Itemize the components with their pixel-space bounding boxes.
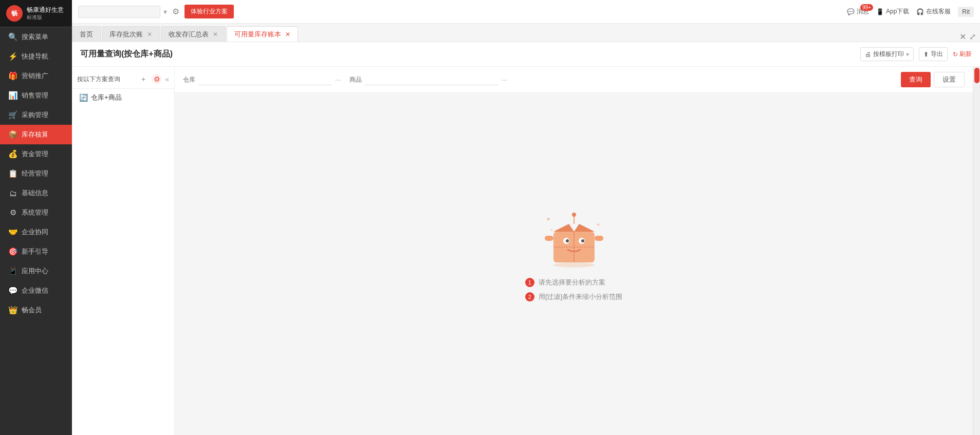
warehouse-input[interactable] — [198, 74, 332, 85]
sidebar-header: 畅 畅康通好生意 标准版 — [0, 0, 72, 27]
tab-summary-close[interactable]: ✕ — [213, 31, 218, 38]
print-icon: 🖨 — [865, 51, 871, 58]
sidebar-item-operation[interactable]: 📋 经营管理 — [0, 164, 72, 183]
message-btn[interactable]: 💬 消息 99+ — [847, 7, 869, 16]
sidebar: 畅 畅康通好生意 标准版 🔍 搜索菜单 ⚡ 快捷导航 🎁 营销推广 📊 销售管理… — [0, 0, 72, 435]
refresh-btn[interactable]: ↻ 刷新 — [953, 50, 972, 59]
left-panel-actions: + ⚙ « — [138, 74, 169, 84]
product-more-btn[interactable]: ··· — [502, 75, 508, 84]
dropdown-icon[interactable]: ▾ — [163, 8, 167, 16]
right-main: 仓库 ··· 商品 ··· 查询 设置 — [175, 67, 973, 435]
chart-icon: 📊 — [8, 91, 17, 100]
left-panel-header: 按以下方案查询 + ⚙ « — [72, 71, 174, 89]
scrollbar-thumb[interactable] — [974, 68, 979, 83]
sidebar-logo: 畅 — [6, 5, 23, 22]
clipboard-icon: 📋 — [8, 169, 17, 178]
svg-text:✦: ✦ — [550, 228, 553, 233]
sidebar-item-member[interactable]: 👑 畅会员 — [0, 300, 72, 320]
topbar-left: ▾ ⚙ 体验行业方案 — [78, 5, 843, 18]
sidebar-item-appstore[interactable]: 📱 应用中心 — [0, 261, 72, 281]
filter-bar: 仓库 ··· 商品 ··· 查询 设置 — [175, 67, 973, 93]
sidebar-item-basic[interactable]: 🗂 基础信息 — [0, 183, 72, 203]
search-icon: 🔍 — [8, 32, 17, 42]
print-btn[interactable]: 🖨 按模板打印 ▾ — [860, 47, 914, 61]
tabs-close-all-btn[interactable]: ✕ — [959, 32, 966, 42]
left-panel: 按以下方案查询 + ⚙ « 🔄 仓库+商品 — [72, 67, 175, 435]
sidebar-item-newbie[interactable]: 🎯 新手引导 — [0, 242, 72, 261]
warehouse-more-btn[interactable]: ··· — [335, 75, 341, 84]
sidebar-item-corp[interactable]: 🤝 企业协同 — [0, 222, 72, 242]
tab-available[interactable]: 可用量库存账本 ✕ — [227, 26, 298, 42]
export-btn[interactable]: ⬆ 导出 — [919, 47, 948, 61]
tab-batch[interactable]: 库存批次账 ✕ — [102, 26, 160, 42]
scheme-settings-btn[interactable]: ⚙ — [152, 74, 162, 84]
sidebar-item-system[interactable]: ⚙ 系统管理 — [0, 203, 72, 222]
chat-icon: 💬 — [8, 286, 17, 295]
topbar-search-input[interactable] — [78, 6, 160, 18]
online-service-btn[interactable]: 🎧 在线客服 — [916, 7, 951, 16]
right-scrollbar[interactable] — [973, 67, 980, 435]
product-input[interactable] — [365, 74, 498, 85]
main-area: ▾ ⚙ 体验行业方案 💬 消息 99+ 📱 App下载 🎧 在线客服 Rit — [72, 0, 980, 435]
box-icon: 📦 — [8, 130, 17, 139]
empty-tips: 1 请先选择要分析的方案 2 用[过滤]条件来缩小分析范围 — [525, 278, 622, 301]
folder-icon: 🗂 — [8, 189, 17, 198]
sidebar-scroll: 🔍 搜索菜单 ⚡ 快捷导航 🎁 营销推广 📊 销售管理 🛒 采购管理 📦 库存核… — [0, 27, 72, 435]
setting-btn[interactable]: 设置 — [934, 72, 965, 87]
page-header: 可用量查询(按仓库+商品) 🖨 按模板打印 ▾ ⬆ 导出 ↻ 刷新 — [72, 42, 980, 67]
empty-tip-2: 2 用[过滤]条件来缩小分析范围 — [525, 292, 622, 301]
target-icon: 🎯 — [8, 247, 17, 256]
filter-actions: 查询 设置 — [901, 72, 965, 87]
topbar-right: 💬 消息 99+ 📱 App下载 🎧 在线客服 Rit — [847, 7, 974, 17]
empty-illustration: ✦ ✦ ✦ — [541, 206, 607, 268]
empty-tip-1: 1 请先选择要分析的方案 — [525, 278, 622, 287]
page-actions: 🖨 按模板打印 ▾ ⬆ 导出 ↻ 刷新 — [860, 47, 972, 61]
tabs-right-actions: ✕ ⤢ — [959, 32, 980, 42]
print-dropdown-icon: ▾ — [906, 51, 909, 58]
user-menu[interactable]: Rit — [958, 7, 974, 17]
topbar: ▾ ⚙ 体验行业方案 💬 消息 99+ 📱 App下载 🎧 在线客服 Rit — [72, 0, 980, 24]
sidebar-item-shortcut[interactable]: ⚡ 快捷导航 — [0, 47, 72, 66]
sidebar-item-inventory[interactable]: 📦 库存核算 — [0, 125, 72, 144]
tab-summary[interactable]: 收发存汇总表 ✕ — [161, 26, 226, 42]
sidebar-item-search[interactable]: 🔍 搜索菜单 — [0, 27, 72, 47]
add-scheme-btn[interactable]: + — [138, 74, 149, 84]
topbar-gear-icon[interactable]: ⚙ — [170, 5, 181, 18]
tab-batch-close[interactable]: ✕ — [147, 31, 152, 38]
svg-point-0 — [553, 262, 595, 268]
crown-icon: 👑 — [8, 306, 17, 315]
tab-bar: 首页 库存批次账 ✕ 收发存汇总表 ✕ 可用量库存账本 ✕ ✕ ⤢ — [72, 24, 980, 42]
cart-icon: 🛒 — [8, 110, 17, 120]
content-area: 按以下方案查询 + ⚙ « 🔄 仓库+商品 仓库 ··· — [72, 67, 980, 435]
product-filter: 商品 ··· — [349, 74, 508, 85]
headset-icon: 🎧 — [916, 8, 924, 15]
phone-icon: 📱 — [876, 8, 884, 15]
collapse-btn[interactable]: « — [165, 75, 169, 83]
sidebar-item-wechat[interactable]: 💬 企业微信 — [0, 281, 72, 300]
mobile-icon: 📱 — [8, 267, 17, 276]
warehouse-filter: 仓库 ··· — [183, 74, 341, 85]
message-icon: 💬 — [847, 8, 855, 15]
handshake-icon: 🤝 — [8, 228, 17, 237]
sidebar-item-marketing[interactable]: 🎁 营销推广 — [0, 66, 72, 86]
svg-point-11 — [572, 213, 576, 217]
svg-point-7 — [581, 239, 584, 242]
sidebar-item-finance[interactable]: 💰 资金管理 — [0, 144, 72, 164]
tab-home[interactable]: 首页 — [72, 26, 101, 42]
sidebar-item-purchase[interactable]: 🛒 采购管理 — [0, 105, 72, 125]
tab-available-close[interactable]: ✕ — [285, 31, 290, 38]
refresh-icon: ↻ — [953, 51, 958, 58]
empty-state: ✦ ✦ ✦ 1 请先选择要分析的方案 2 用[过滤]条件来缩小分析范围 — [175, 93, 973, 435]
sidebar-brand: 畅康通好生意 标准版 — [27, 6, 64, 22]
svg-text:✦: ✦ — [546, 216, 551, 223]
industry-btn[interactable]: 体验行业方案 — [184, 5, 234, 18]
svg-rect-8 — [545, 236, 553, 241]
app-download-btn[interactable]: 📱 App下载 — [876, 7, 909, 16]
scheme-icon: 🔄 — [79, 93, 88, 102]
scheme-item-warehouse-product[interactable]: 🔄 仓库+商品 — [72, 89, 174, 106]
sidebar-item-sales[interactable]: 📊 销售管理 — [0, 86, 72, 105]
query-btn[interactable]: 查询 — [901, 72, 931, 87]
export-icon: ⬆ — [923, 51, 929, 58]
tabs-expand-btn[interactable]: ⤢ — [969, 32, 976, 42]
svg-text:✦: ✦ — [596, 222, 600, 228]
